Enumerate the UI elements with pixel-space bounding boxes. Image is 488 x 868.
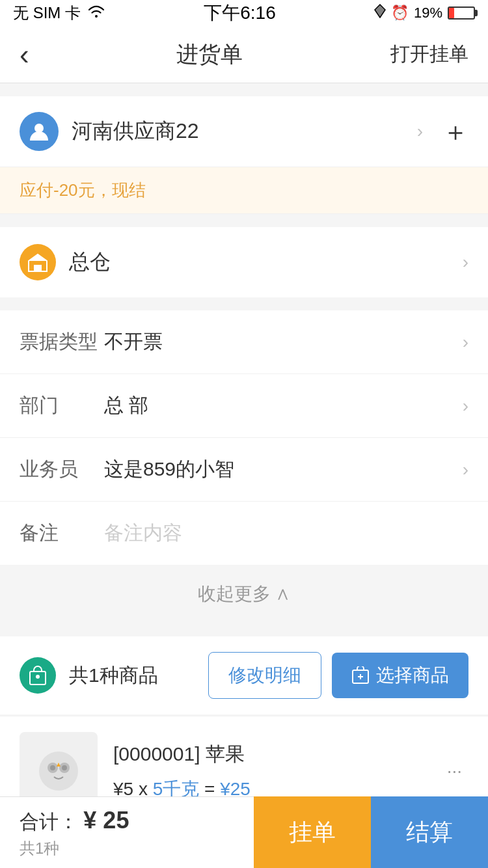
department-value: 总 部 (104, 392, 463, 419)
warehouse-section[interactable]: 总仓 › (0, 227, 488, 297)
svg-marker-2 (29, 254, 47, 261)
salesperson-row[interactable]: 业务员 这是859的小智 › (0, 437, 488, 501)
nav-bar: ‹ 进货单 打开挂单 (0, 26, 488, 83)
equals: = (204, 779, 215, 799)
modify-detail-button[interactable]: 修改明细 (208, 652, 321, 699)
section-gap-2 (0, 214, 488, 227)
open-hang-button[interactable]: 打开挂单 (390, 41, 468, 68)
salesperson-value: 这是859的小智 (104, 456, 463, 483)
warehouse-row[interactable]: 总仓 › (0, 227, 488, 297)
total-label: 合计： (20, 811, 78, 832)
form-section: 票据类型 不开票 › 部门 总 部 › 业务员 这是859的小智 › 备注 备注… (0, 310, 488, 565)
checkout-button[interactable]: 结算 (371, 796, 488, 868)
notice-bar: 应付-20元，现结 (0, 167, 488, 214)
total-amount: ¥ 25 (83, 807, 129, 834)
department-row[interactable]: 部门 总 部 › (0, 373, 488, 437)
status-right: ⏰ 19% (374, 4, 475, 22)
notice-text: 应付-20元，现结 (20, 180, 146, 200)
back-button[interactable]: ‹ (20, 38, 29, 71)
status-left: 无 SIM 卡 (13, 3, 105, 23)
warehouse-name: 总仓 (69, 248, 463, 277)
salesperson-label: 业务员 (20, 456, 104, 483)
product-more-button[interactable]: ··· (441, 754, 468, 788)
remark-row[interactable]: 备注 备注内容 (0, 501, 488, 565)
product-icon (20, 657, 56, 694)
shopping-bag-icon (27, 665, 48, 686)
warehouse-chevron-icon: › (463, 252, 468, 273)
total-section: 合计： ¥ 25 共1种 (0, 796, 254, 868)
section-gap-3 (0, 297, 488, 310)
status-bar: 无 SIM 卡 下午6:16 ⏰ 19% (0, 0, 488, 26)
total-main: 合计： ¥ 25 (20, 807, 234, 835)
status-time: 下午6:16 (204, 1, 276, 25)
svg-point-0 (34, 124, 44, 133)
product-code-name: [0000001] 苹果 (113, 741, 441, 768)
product-header: 共1种商品 修改明细 选择商品 (0, 636, 488, 714)
item-total: ¥25 (220, 779, 251, 799)
section-gap-1 (0, 83, 488, 96)
department-label: 部门 (20, 392, 104, 419)
supplier-row[interactable]: 河南供应商22 › ＋ (0, 96, 488, 167)
product-count: 共1种商品 (69, 662, 208, 689)
svg-point-4 (36, 675, 40, 679)
carrier-text: 无 SIM 卡 (13, 3, 81, 23)
battery-icon (448, 7, 475, 20)
supplier-name: 河南供应商22 (72, 117, 417, 146)
location-icon (374, 4, 386, 22)
warehouse-icon (20, 244, 56, 280)
wifi-icon (87, 4, 105, 22)
person-icon (27, 120, 51, 143)
svg-point-12 (62, 765, 67, 770)
remark-label: 备注 (20, 520, 104, 547)
battery-percent: 19% (414, 5, 442, 21)
collapse-label: 收起更多 ∧ (198, 584, 291, 604)
select-product-button[interactable]: 选择商品 (332, 653, 468, 698)
invoice-type-row[interactable]: 票据类型 不开票 › (0, 310, 488, 373)
page-title: 进货单 (176, 40, 243, 70)
total-sub: 共1种 (20, 838, 234, 859)
hang-order-button[interactable]: 挂单 (254, 796, 371, 868)
owl-logo-icon (36, 748, 81, 794)
collapse-bar[interactable]: 收起更多 ∧ (0, 565, 488, 623)
supplier-section: 河南供应商22 › ＋ 应付-20元，现结 (0, 96, 488, 214)
remark-input[interactable]: 备注内容 (104, 520, 468, 547)
department-chevron-icon: › (463, 396, 468, 416)
svg-point-8 (39, 752, 78, 791)
quantity: 5千克 (153, 779, 200, 799)
select-product-label: 选择商品 (376, 663, 449, 688)
bottom-bar: 合计： ¥ 25 共1种 挂单 结算 (0, 796, 488, 868)
svg-rect-1 (34, 265, 42, 271)
supplier-chevron-icon: › (417, 121, 423, 142)
product-info: [0000001] 苹果 ¥5 x 5千克 = ¥25 (113, 741, 441, 802)
salesperson-chevron-icon: › (463, 459, 468, 480)
add-product-icon (351, 666, 370, 685)
alarm-icon: ⏰ (391, 5, 409, 21)
svg-point-11 (50, 765, 55, 770)
invoice-type-value: 不开票 (104, 329, 463, 355)
invoice-type-label: 票据类型 (20, 329, 104, 355)
supplier-avatar (20, 112, 59, 151)
invoice-type-chevron-icon: › (463, 332, 468, 353)
section-gap-4 (0, 623, 488, 636)
home-icon (27, 252, 48, 273)
unit-price: ¥5 (113, 779, 133, 799)
multiply-x: x (139, 779, 148, 799)
add-supplier-button[interactable]: ＋ (442, 114, 468, 150)
